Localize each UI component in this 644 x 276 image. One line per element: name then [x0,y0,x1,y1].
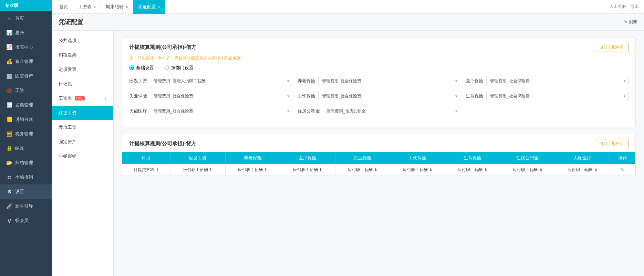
sidebar-item-label: 发票管理 [15,102,33,108]
table-header-gongjijin: 住房公积金 [500,152,555,164]
table-cell-action[interactable]: ✎ [610,164,635,176]
left-menu-xiaocha[interactable]: 小畅报销 [52,149,113,163]
select-yanglao[interactable]: 管理费用_社会保险费 [318,76,460,86]
field-yanglao: 养老保险 管理费用_社会保险费 [298,76,460,86]
tab-salary-label: 工资表 [78,4,92,10]
select-gongjijin[interactable]: 管理费用_住房公积金 [323,106,460,116]
main-area: 首页 工资表 × 期末结转 × 凭证配置 × 人工客服 徐库 凭证配置 ↻ 刷新 [52,0,644,276]
chart-icon: 📊 [6,30,12,36]
tab-salary-close[interactable]: × [94,5,96,9]
sidebar-item-guide[interactable]: 🚀 新手引导 [0,199,52,213]
tab-home[interactable]: 首页 [54,0,73,14]
tab-voucher-close[interactable]: × [158,5,160,9]
refresh-icon: ↻ [624,20,627,24]
field-yingfa-gongzi: 应发工资 管理费用_管理人员职工薪酬 [129,76,292,86]
left-menu-salary-table[interactable]: 工资表 NEW ▾ [52,91,113,106]
ledger-icon: 📒 [6,116,12,123]
select-daeliao[interactable]: 管理费用_社会保险费 [150,106,292,116]
sidebar-item-invoice[interactable]: 🧾 发票管理 [0,98,52,112]
select-wrapper-daeliao: 管理费用_社会保险费 [150,106,292,116]
form-rows: 应发工资 管理费用_管理人员职工薪酬 养老保险 管理费用 [122,76,635,127]
table-header-yingfa: 应发工资 [170,152,225,164]
section-debit-title: 计提核算规则(公司承担)-借方 [129,44,196,51]
sidebar-item-label: 报表中心 [15,44,33,50]
left-menu-jiti-salary[interactable]: 计提工资 [52,106,113,120]
field-label-shiye: 失业保险 [129,93,147,99]
sidebar-item-general-ledger[interactable]: 📊 总账 [0,25,52,40]
radio-dept-label: 按部门设置 [171,65,194,71]
sidebar-item-label: 结账 [15,145,24,151]
tab-period-label: 期末结转 [106,4,124,10]
sidebar-item-home[interactable]: ⌂ 首页 [0,11,52,25]
radio-dept-circle [164,65,169,70]
gear-icon: ⚙ [6,189,12,195]
left-menu-public-options[interactable]: 公共选项 [52,33,113,48]
table-header-yanglao: 养老保险 [225,152,280,164]
select-yiliao[interactable]: 管理费用_社会保险费 [486,76,629,86]
left-menu-issue-salary[interactable]: 发放工资 [52,120,113,135]
credit-table: 科目 应发工资 养老保险 医疗保险 失业保险 工伤保险 生育保险 住房公积金 大… [122,152,635,176]
fund-icon: 💰 [6,59,12,65]
sidebar-item-report-center[interactable]: 📈 报表中心 [0,40,52,54]
select-shiye[interactable]: 管理费用_社会保险费 [150,91,292,101]
field-shiye: 失业保险 管理费用_社会保险费 [129,91,292,101]
field-label-yingfa: 应发工资 [129,78,147,84]
select-gongshang[interactable]: 管理费用_社会保险费 [318,91,460,101]
refresh-button[interactable]: ↻ 刷新 [624,19,637,25]
tab-period-close[interactable]: 期末结转 × [101,0,133,14]
report-icon: 📈 [6,44,12,50]
chevron-down-icon: ▾ [105,97,106,100]
radio-dept[interactable]: 按部门设置 [164,65,194,71]
select-wrapper-shengyu: 管理费用_社会保险费 [486,91,629,101]
sidebar-item-settings[interactable]: ⚙ 设置 [0,184,52,199]
sidebar-item-fixed-assets[interactable]: 🏢 固定资产 [0,69,52,83]
sidebar-item-closing[interactable]: 🔒 结账 [0,141,52,156]
tab-period-close[interactable]: × [126,5,128,9]
sidebar-item-label: 设置 [15,189,24,195]
field-daeliao: 大额医疗 管理费用_社会保险费 [129,106,292,116]
left-menu-credit-invoice[interactable]: 销项发票 [52,48,113,62]
sidebar-item-label: 小畅报销 [15,174,33,180]
sidebar-item-xiaocha-report[interactable]: C 小畅报销 [0,170,52,184]
table-cell-yanglao: 应付职工薪酬_b [225,164,280,176]
select-shengyu[interactable]: 管理费用_社会保险费 [486,91,629,101]
table-cell-shengyu: 应付职工薪酬_b [445,164,500,176]
sidebar-item-sales-ledger[interactable]: 📒 进销台账 [0,112,52,127]
select-yingfa[interactable]: 管理费用_管理人员职工薪酬 [150,76,292,86]
table-header-daeliao: 大额医疗 [555,152,610,164]
left-menu-fixed-assets[interactable]: 固定资产 [52,135,113,149]
left-menu-input-invoice[interactable]: 进项发票 [52,62,113,77]
select-wrapper-yingfa: 管理费用_管理人员职工薪酬 [150,76,292,86]
topbar-right: 人工客服 徐库 [610,4,644,10]
sidebar-item-tax[interactable]: 🧮 税务管理 [0,127,52,141]
left-menu-label: 小畅报销 [59,153,76,159]
auto-match-credit-button[interactable]: 自动匹配科目 [595,139,629,148]
edit-icon[interactable]: ✎ [621,167,625,173]
sidebar-item-label: 进销台账 [15,116,33,123]
c-icon: C [6,174,12,180]
table-header-shiye: 失业保险 [335,152,390,164]
table-cell-yiliao: 应付职工薪酬_b [280,164,335,176]
table-header-action: 操作 [610,152,635,164]
auto-match-debit-button[interactable]: 自动匹配科目 [595,43,629,52]
radio-basic[interactable]: 基础设置 [129,65,154,71]
sidebar-item-archive[interactable]: 📂 归档管理 [0,156,52,170]
page-header: 凭证配置 ↻ 刷新 [52,14,644,31]
sidebar-item-label: 归档管理 [15,160,33,166]
tax-icon: 🧮 [6,131,12,137]
sidebar-item-vip[interactable]: V 畅会员 [0,213,52,228]
left-menu-journal[interactable]: 日记账 [52,77,113,91]
field-label-yanglao: 养老保险 [298,78,315,84]
sidebar-item-fund-management[interactable]: 💰 资金管理 [0,54,52,69]
tab-salary-table[interactable]: 工资表 × [73,0,101,14]
left-menu-label: 日记账 [59,81,72,87]
left-menu-label: 工资表 [59,95,72,102]
sidebar: 专业版 ⌂ 首页 📊 总账 📈 报表中心 💰 资金管理 🏢 固定资产 💼 工资 … [0,0,52,276]
field-gongshang: 工伤保险 管理费用_社会保险费 [298,91,460,101]
section-credit-header: 计提核算规则(公司承担)-贷方 自动匹配科目 [122,134,635,152]
tab-voucher-config[interactable]: 凭证配置 × [133,0,165,14]
home-icon: ⌂ [6,15,12,21]
help-text[interactable]: 人工客服 [610,4,626,10]
sidebar-item-salary[interactable]: 💼 工资 [0,83,52,98]
table-header-yiliao: 医疗保险 [280,152,335,164]
